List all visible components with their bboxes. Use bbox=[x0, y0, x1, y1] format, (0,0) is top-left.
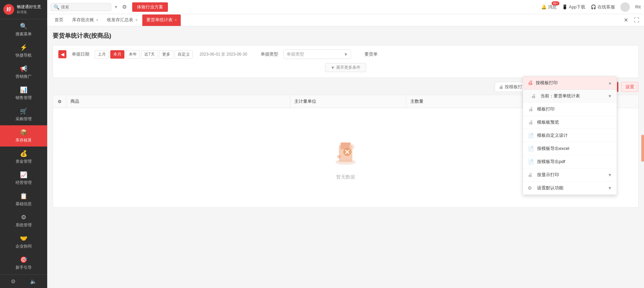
filter-bar: ◀ 单据日期 上月 本月 本年 近7天 更多 自定义 2023-06-01 至 … bbox=[53, 45, 639, 78]
sidebar-item-guide[interactable]: 🎯 新手引导 bbox=[0, 253, 47, 274]
user-avatar bbox=[620, 2, 630, 12]
sidebar-item-purchase[interactable]: 🛒 采购管理 bbox=[0, 104, 47, 125]
inventory-icon: 📦 bbox=[20, 129, 27, 136]
dropdown-current-item[interactable]: 🖨 当前：要货单统计表 ▼ bbox=[523, 90, 617, 103]
search-chevron-icon: ▼ bbox=[114, 5, 118, 9]
dropdown-item-template-pdf[interactable]: 📄 按模板导出pdf bbox=[523, 155, 617, 168]
company-icon: 🤝 bbox=[20, 235, 27, 242]
template-print-label: 模板打印 bbox=[537, 106, 555, 112]
tab-home[interactable]: 首页 bbox=[51, 14, 67, 26]
basic-icon: 📋 bbox=[20, 192, 27, 200]
right-scrollbar[interactable] bbox=[641, 135, 644, 162]
sidebar-item-marketing-label: 营销推广 bbox=[16, 74, 32, 79]
marketing-icon: 📢 bbox=[20, 65, 27, 72]
date-btn-last-7days[interactable]: 近7天 bbox=[141, 50, 158, 59]
search-icon: 🔍 bbox=[20, 23, 27, 30]
dropdown-item-default-func[interactable]: ⚙ 设置默认功能 ▼ bbox=[523, 182, 617, 195]
goods-filter-label: 要货单 bbox=[364, 51, 378, 57]
sidebar-item-inventory[interactable]: 📦 库存核算 bbox=[0, 125, 47, 147]
dropdown-current-label: 当前：要货单统计表 bbox=[540, 93, 580, 99]
main-area: 🔍 ▼ ⚙ 体验行业方案 🔔 消息 99+ 📱 App下载 🎧 在线客服 Rit bbox=[47, 0, 644, 288]
sidebar-item-sales[interactable]: 📊 销售管理 bbox=[0, 83, 47, 104]
sidebar-item-basic[interactable]: 📋 基础信息 bbox=[0, 189, 47, 210]
date-filter-label: 单据日期 bbox=[72, 51, 89, 57]
dropdown-current-arrow-icon: ▼ bbox=[608, 94, 612, 99]
sidebar-item-system[interactable]: ⚙ 系统管理 bbox=[0, 210, 47, 231]
default-func-label: 设置默认功能 bbox=[537, 185, 563, 191]
date-btn-this-month[interactable]: 本月 bbox=[110, 50, 124, 59]
topbar-gear-icon[interactable]: ⚙ bbox=[122, 4, 127, 10]
sidebar-item-quick-nav[interactable]: ⚡ 快捷导航 bbox=[0, 40, 47, 62]
date-btn-more[interactable]: 更多 bbox=[159, 50, 173, 59]
expand-filter-button[interactable]: ▼ 展开更多条件 bbox=[325, 63, 366, 72]
online-service-button[interactable]: 🎧 在线客服 bbox=[591, 4, 615, 10]
tab-order-summary[interactable]: 要货单统计表 × bbox=[142, 14, 181, 26]
sidebar-item-company[interactable]: 🤝 企业协同 bbox=[0, 231, 47, 253]
dropdown-current-icon: 🖨 bbox=[531, 93, 537, 99]
display-print-label: 按显示打印 bbox=[537, 172, 559, 178]
dropdown-print-icon: 🖨 bbox=[528, 80, 533, 86]
template-print-icon: 🖨 bbox=[528, 106, 534, 112]
dropdown-item-template-custom[interactable]: 📄 模板自定义设计 bbox=[523, 129, 617, 142]
sidebar-item-marketing[interactable]: 📢 营销推广 bbox=[0, 62, 47, 83]
dropdown-collapse-icon[interactable]: ▲ bbox=[608, 81, 612, 85]
topbar-search-box[interactable]: 🔍 bbox=[51, 3, 111, 11]
close-window-button[interactable]: ✕ bbox=[622, 16, 630, 24]
sidebar-item-finance[interactable]: 💰 资金管理 bbox=[0, 147, 47, 168]
username-label[interactable]: Rit bbox=[635, 4, 641, 9]
template-preview-icon: 🖨 bbox=[528, 120, 534, 125]
online-service-label: 在线客服 bbox=[597, 4, 615, 10]
notification-button[interactable]: 🔔 消息 99+ bbox=[541, 4, 557, 10]
template-pdf-label: 按模板导出pdf bbox=[537, 159, 565, 165]
tab-home-label: 首页 bbox=[55, 17, 63, 23]
guide-icon: 🎯 bbox=[20, 256, 27, 263]
doc-type-select[interactable]: 单据类型 ▼ bbox=[284, 50, 351, 59]
svg-point-4 bbox=[349, 144, 354, 150]
tab-receipt-summary-close[interactable]: × bbox=[135, 18, 137, 22]
sidebar: 好 畅捷通好生意 标准版 🔍 搜索菜单 ⚡ 快捷导航 📢 营销推广 📊 销售管理… bbox=[0, 0, 47, 288]
sidebar-item-search[interactable]: 🔍 搜索菜单 bbox=[0, 19, 47, 40]
dropdown-item-template-excel[interactable]: 📄 按模板导出excel bbox=[523, 142, 617, 155]
th-settings[interactable]: ⚙ bbox=[53, 96, 66, 107]
operation-icon: 📈 bbox=[20, 171, 27, 179]
tab-inventory-batch-close[interactable]: × bbox=[96, 18, 98, 22]
sidebar-item-sales-label: 销售管理 bbox=[16, 95, 32, 101]
sidebar-settings-btn[interactable]: ⚙ bbox=[11, 278, 16, 285]
tab-inventory-batch[interactable]: 库存批次账 × bbox=[68, 14, 102, 26]
date-options: 上月 本月 本年 近7天 更多 自定义 bbox=[95, 50, 193, 59]
filter-toggle-button[interactable]: ◀ bbox=[58, 50, 66, 58]
doc-type-arrow-icon: ▼ bbox=[344, 52, 348, 57]
svg-rect-5 bbox=[337, 155, 341, 158]
sidebar-item-quick-nav-label: 快捷导航 bbox=[16, 53, 32, 58]
settings-button[interactable]: 设置 bbox=[621, 82, 639, 92]
display-print-arrow-icon: ▼ bbox=[608, 172, 612, 178]
sidebar-item-operation[interactable]: 📈 经营管理 bbox=[0, 168, 47, 189]
dropdown-menu: 🖨 按模板打印 ▲ 🖨 当前：要货单统计表 ▼ 🖨 模板打印 🖨 模板板预览 bbox=[523, 76, 617, 195]
app-download-button[interactable]: 📱 App下载 bbox=[562, 4, 585, 10]
dropdown-item-template-preview[interactable]: 🖨 模板板预览 bbox=[523, 116, 617, 129]
date-btn-this-year[interactable]: 本年 bbox=[126, 50, 140, 59]
finance-icon: 💰 bbox=[20, 150, 27, 157]
dropdown-item-template-print[interactable]: 🖨 模板打印 bbox=[523, 103, 617, 116]
date-btn-last-month[interactable]: 上月 bbox=[95, 50, 109, 59]
headset-icon: 🎧 bbox=[591, 4, 596, 9]
sidebar-audio-btn[interactable]: 🔈 bbox=[30, 278, 37, 285]
tab-receipt-summary[interactable]: 收发存汇总表 × bbox=[103, 14, 141, 26]
dropdown-header-left: 🖨 按模板打印 bbox=[528, 80, 558, 86]
tab-order-summary-label: 要货单统计表 bbox=[146, 17, 173, 23]
print-icon: 🖨 bbox=[499, 85, 503, 90]
experience-button[interactable]: 体验行业方案 bbox=[132, 2, 168, 12]
maximize-window-button[interactable]: ⛶ bbox=[633, 16, 641, 24]
empty-text: 暂无数据 bbox=[336, 174, 355, 180]
search-input[interactable] bbox=[61, 5, 105, 9]
sidebar-item-finance-label: 资金管理 bbox=[16, 159, 32, 164]
template-pdf-icon: 📄 bbox=[528, 159, 534, 164]
bell-icon: 🔔 bbox=[541, 4, 547, 9]
sidebar-item-guide-label: 新手引导 bbox=[16, 265, 32, 270]
th-goods: 商品 bbox=[66, 95, 290, 108]
app-download-label: App下载 bbox=[569, 4, 585, 10]
date-btn-custom[interactable]: 自定义 bbox=[175, 50, 193, 59]
dropdown-item-display-print[interactable]: 🖨 按显示打印 ▼ bbox=[523, 168, 617, 182]
sales-icon: 📊 bbox=[20, 86, 27, 94]
tab-order-summary-close[interactable]: × bbox=[175, 18, 177, 22]
